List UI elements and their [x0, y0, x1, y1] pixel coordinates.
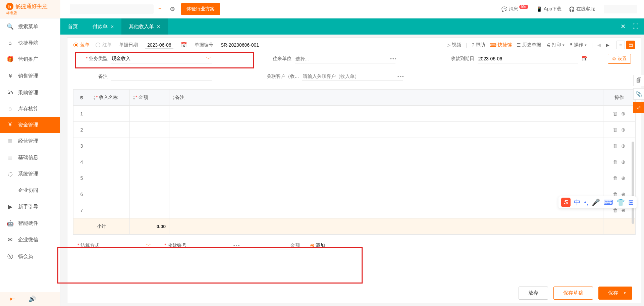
- sidebar-item-basicinfo[interactable]: ≣基础信息: [0, 149, 60, 166]
- toolbar-video[interactable]: ▷ 视频: [447, 42, 461, 48]
- col-remark[interactable]: ▴▾备注: [169, 90, 603, 106]
- remark-input[interactable]: [111, 72, 212, 81]
- relation-input[interactable]: [302, 72, 403, 81]
- sidebar-item-member[interactable]: Ⓥ畅会员: [0, 248, 60, 265]
- table-row[interactable]: 4🗑⊕: [73, 154, 635, 170]
- sidebar-item-system[interactable]: ◌系统管理: [0, 166, 60, 182]
- more-icon[interactable]: •••: [390, 56, 397, 61]
- ime-mic-icon[interactable]: 🎤: [592, 198, 600, 206]
- sidebar-item-quicknav[interactable]: ⌂快捷导航: [0, 35, 60, 51]
- tab-close-button[interactable]: ✕: [618, 21, 628, 32]
- sidebar-item-business[interactable]: ≣经营管理: [0, 133, 60, 149]
- biztype-input[interactable]: [111, 54, 212, 63]
- sidebar-item-wechat[interactable]: ✉企业微信: [0, 232, 60, 248]
- sidebar-label: 快捷导航: [18, 40, 38, 46]
- table-row[interactable]: 3🗑⊕: [73, 138, 635, 154]
- tab-payment[interactable]: 付款单✕: [85, 18, 121, 35]
- copy-icon[interactable]: ⊕: [621, 175, 626, 181]
- sidebar-item-collab[interactable]: ≣企业协同: [0, 182, 60, 199]
- table-row[interactable]: 5🗑⊕: [73, 170, 635, 186]
- rail-expand-button[interactable]: ⤢: [633, 102, 644, 113]
- ime-keyboard-icon[interactable]: ⌨: [603, 198, 613, 206]
- sidebar-item-purchase[interactable]: 🛍采购管理: [0, 85, 60, 101]
- close-icon[interactable]: ✕: [157, 24, 160, 29]
- nav-prev[interactable]: ◀: [597, 42, 601, 48]
- delete-icon[interactable]: 🗑: [613, 111, 618, 117]
- sound-icon[interactable]: 🔊: [29, 295, 36, 303]
- rail-attach-button[interactable]: 📎: [633, 88, 644, 100]
- org-selector[interactable]: ﹀ ⚙: [70, 4, 175, 14]
- view-list-button[interactable]: ≡: [616, 41, 625, 49]
- copy-icon[interactable]: ⊕: [621, 143, 626, 149]
- ime-skin-icon[interactable]: 👕: [616, 198, 625, 206]
- discard-button[interactable]: 放弃: [519, 287, 548, 300]
- close-icon[interactable]: ✕: [110, 24, 114, 29]
- tab-home[interactable]: 首页: [60, 18, 85, 35]
- more-icon[interactable]: •••: [233, 243, 240, 248]
- trial-button[interactable]: 体验行业方案: [181, 3, 220, 15]
- delete-icon[interactable]: 🗑: [613, 143, 618, 149]
- settle-method-input[interactable]: [103, 241, 150, 250]
- toolbar-shortcut[interactable]: ⌨ 快捷键: [490, 42, 512, 48]
- app-download-link[interactable]: 📱 App下载: [536, 6, 561, 12]
- nav-next[interactable]: ▶: [606, 42, 609, 48]
- toolbar-print[interactable]: 🖨 打印 ▾: [546, 42, 565, 48]
- sidebar-item-marketing[interactable]: 🎁营销推广: [0, 51, 60, 67]
- tab-expand-button[interactable]: ⛶: [631, 21, 641, 32]
- messages-link[interactable]: 💬 消息 99+: [501, 6, 529, 12]
- view-form-button[interactable]: ▤: [626, 41, 635, 49]
- save-draft-button[interactable]: 保存草稿: [553, 287, 593, 300]
- table-row[interactable]: 2🗑⊕: [73, 122, 635, 138]
- col-income-name[interactable]: ▴▾收入名称: [90, 90, 130, 106]
- delete-icon[interactable]: 🗑: [613, 159, 618, 165]
- collapse-icon[interactable]: ⇤: [10, 295, 15, 303]
- toolbar-ops[interactable]: ⠿ 操作 ▾: [569, 42, 587, 48]
- settings-button[interactable]: ⚙ 设置: [608, 54, 631, 64]
- service-link[interactable]: 🎧 在线客服: [569, 6, 595, 12]
- delete-icon[interactable]: 🗑: [613, 127, 618, 133]
- more-icon[interactable]: •••: [397, 74, 405, 79]
- table-row[interactable]: 6🗑⊕: [73, 186, 635, 202]
- radio-red[interactable]: 红单: [96, 42, 112, 48]
- delete-icon[interactable]: 🗑: [613, 175, 618, 181]
- toolbar-help[interactable]: ? 帮助: [472, 42, 485, 48]
- due-input[interactable]: [478, 54, 578, 63]
- tab-other-income[interactable]: 其他收入单✕: [121, 18, 168, 35]
- calendar-icon[interactable]: 📅: [582, 56, 588, 62]
- copy-icon[interactable]: ⊕: [621, 111, 626, 117]
- ime-punct-icon[interactable]: •,: [584, 199, 588, 206]
- col-amount[interactable]: ▴▾金额: [130, 90, 169, 106]
- user-menu[interactable]: [604, 5, 637, 13]
- rail-note-button[interactable]: 🗐: [633, 75, 644, 86]
- sidebar-item-hardware[interactable]: 🤖智能硬件: [0, 215, 60, 232]
- ime-toolbox-icon[interactable]: ⊞: [628, 198, 634, 206]
- ime-toolbar[interactable]: S 中 •, 🎤 ⌨ 👕 ⊞: [558, 196, 637, 208]
- robot-icon: 🤖: [7, 220, 13, 227]
- table-row[interactable]: 1🗑⊕: [73, 106, 635, 122]
- save-button[interactable]: 保存▾: [598, 287, 632, 300]
- settle-account-input[interactable]: [190, 241, 237, 250]
- add-settlement-button[interactable]: ⊕添加: [310, 242, 325, 249]
- radio-blue[interactable]: 蓝单: [73, 42, 90, 48]
- copy-icon[interactable]: ⊕: [621, 127, 626, 133]
- sidebar-item-search[interactable]: 🔍搜索菜单: [0, 18, 60, 35]
- tab-label: 首页: [68, 23, 78, 30]
- copy-icon[interactable]: ⊕: [621, 159, 626, 165]
- calendar-icon[interactable]: 📅: [181, 42, 187, 48]
- toolbar-history[interactable]: ☰ 历史单据: [517, 42, 541, 48]
- settle-amount-input[interactable]: [254, 241, 301, 250]
- gift-icon: 🎁: [7, 56, 13, 63]
- ime-lang[interactable]: 中: [574, 198, 581, 207]
- sidebar-item-sales[interactable]: ￥销售管理: [0, 67, 60, 85]
- settle-account-label: 收款账号: [164, 243, 186, 249]
- th-label: 备注: [175, 95, 184, 100]
- sidebar-item-guide[interactable]: ▶新手引导: [0, 199, 60, 215]
- col-settings[interactable]: ⚙: [73, 90, 90, 106]
- table-row[interactable]: 7🗑⊕: [73, 202, 635, 218]
- date-value[interactable]: 2023-06-06: [145, 42, 173, 49]
- unit-input[interactable]: [295, 54, 395, 63]
- scrollbar[interactable]: [632, 142, 634, 224]
- sidebar-item-inventory[interactable]: ⌂库存核算: [0, 101, 60, 117]
- gear-icon[interactable]: ⚙: [170, 5, 175, 13]
- sidebar-item-funds[interactable]: ¥资金管理: [0, 117, 60, 133]
